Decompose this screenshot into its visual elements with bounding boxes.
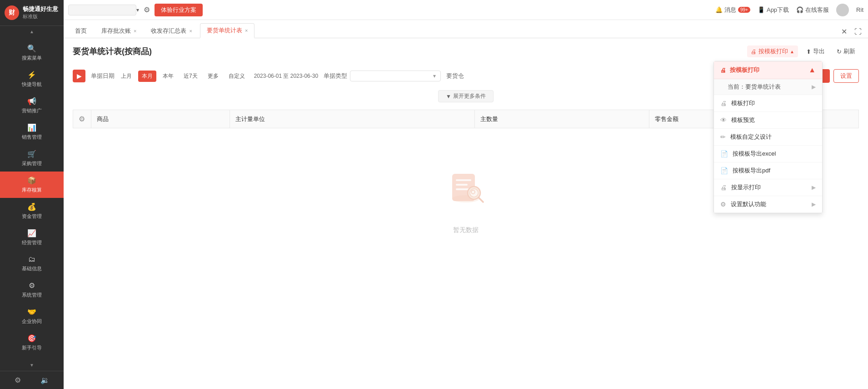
sidebar-item-inventory[interactable]: 📦 库存核算	[0, 172, 64, 198]
sidebar-item-purchase[interactable]: 🛒 采购管理	[0, 145, 64, 172]
sidebar-item-guide[interactable]: 🎯 新手引导	[0, 329, 64, 356]
current-template-item[interactable]: 当前：要货单统计表 ▶	[714, 79, 822, 95]
date-filter-group: 单据日期 上月 本月 本年 近7天 更多 自定义	[91, 71, 249, 82]
more-date-btn[interactable]: 更多	[204, 71, 222, 82]
svg-line-7	[479, 197, 483, 202]
date-range-group: 2023-06-01 至 2023-06-30	[254, 72, 318, 80]
filter-expand-btn[interactable]: ▶	[73, 70, 85, 82]
scroll-up-arrow[interactable]: ▲	[28, 28, 35, 35]
template-design-label: 模板自定义设计	[730, 133, 772, 141]
tab-order-summary[interactable]: 要货单统计表 ×	[200, 23, 254, 38]
notification-btn[interactable]: 🔔 消息 99+	[715, 6, 750, 14]
export-pdf-item[interactable]: 📄 按模板导出pdf	[714, 162, 822, 179]
order-type-label: 单据类型	[324, 72, 347, 80]
bell-icon: 🔔	[715, 6, 723, 13]
sidebar-item-system[interactable]: ⚙ 系统管理	[0, 277, 64, 303]
expand-more-btn[interactable]: ▼ 展开更多条件	[438, 90, 494, 102]
tab-collection-summary[interactable]: 收发存汇总表 ×	[144, 24, 199, 38]
service-icon: 🎧	[796, 6, 803, 13]
top-header: ▾ ⚙ 体验行业方案 🔔 消息 99+ 📱 App下载 🎧 在线客服 Rit	[64, 0, 868, 20]
customer-service-btn[interactable]: 🎧 在线客服	[796, 6, 829, 14]
sidebar-item-finance[interactable]: 💰 资金管理	[0, 198, 64, 224]
tab-close-inventory-batch[interactable]: ×	[134, 29, 136, 34]
prev-month-btn[interactable]: 上月	[117, 71, 135, 82]
sidebar-item-marketing[interactable]: 📢 营销推广	[0, 92, 64, 119]
app-download-btn[interactable]: 📱 App下载	[758, 6, 789, 14]
sidebar-item-collab[interactable]: 🤝 企业协同	[0, 303, 64, 329]
svg-rect-3	[456, 184, 468, 186]
custom-date-btn[interactable]: 自定义	[225, 71, 249, 82]
page-inner: 要货单统计表(按商品) 🖨 按模板打印 ▲ ⬆ 导出 ↻ 刷新	[64, 38, 868, 389]
sidebar-item-basic[interactable]: 🗂 基础信息	[0, 251, 64, 277]
download-icon: 📱	[758, 6, 765, 13]
sidebar-nav: 🔍 搜索菜单 ⚡ 快捷导航 📢 营销推广 📊 销售管理 🛒 采购管理 📦 库存核…	[0, 37, 64, 359]
page-title: 要货单统计表(按商品)	[73, 46, 152, 57]
sidebar-scroll-down[interactable]: ▼	[0, 359, 64, 371]
refresh-icon: ↻	[837, 48, 842, 55]
template-preview-item[interactable]: 👁 模板预览	[714, 112, 822, 129]
settings-btn[interactable]: 设置	[833, 69, 859, 83]
set-default-arrow: ▶	[812, 201, 816, 207]
sidebar-item-quick-nav[interactable]: ⚡ 快捷导航	[0, 66, 64, 92]
search-dropdown-btn[interactable]: ▾	[136, 7, 139, 13]
template-preview-icon: 👁	[720, 116, 727, 124]
collab-icon: 🤝	[27, 308, 36, 316]
header-gear-btn[interactable]: ⚙	[144, 5, 150, 14]
last-7-days-btn[interactable]: 近7天	[180, 71, 201, 82]
print-dropdown-title: 按模板打印	[730, 66, 759, 74]
refresh-btn[interactable]: ↻ 刷新	[833, 45, 859, 57]
search-input[interactable]	[68, 5, 136, 15]
tab-close-order-summary[interactable]: ×	[245, 28, 248, 33]
notification-label: 消息	[724, 6, 736, 14]
collapse-dropdown-btn[interactable]: ▲	[808, 66, 816, 74]
page-content: 要货单统计表(按商品) 🖨 按模板打印 ▲ ⬆ 导出 ↻ 刷新	[64, 38, 868, 389]
date-range-text: 2023-06-01 至 2023-06-30	[254, 72, 318, 80]
sidebar-scroll-up[interactable]: ▲	[0, 26, 64, 37]
current-template-label: 当前：要货单统计表	[728, 83, 781, 91]
export-icon: ⬆	[806, 48, 811, 55]
sidebar-item-operations[interactable]: 📈 经营管理	[0, 224, 64, 251]
basic-icon: 🗂	[28, 255, 35, 263]
current-month-btn[interactable]: 本月	[138, 71, 156, 82]
settings-footer-btn[interactable]: ⚙	[15, 376, 21, 384]
industry-btn[interactable]: 体验行业方案	[155, 4, 203, 16]
tab-home[interactable]: 首页	[68, 24, 94, 38]
tab-close-collection-summary[interactable]: ×	[189, 29, 192, 34]
scroll-down-arrow[interactable]: ▼	[28, 361, 35, 369]
table-header-product: 商品	[91, 110, 230, 128]
export-excel-item[interactable]: 📄 按模板导出excel	[714, 146, 822, 162]
sidebar-item-sales[interactable]: 📊 销售管理	[0, 119, 64, 145]
export-btn[interactable]: ⬆ 导出	[803, 45, 828, 57]
sound-footer-btn[interactable]: 🔉	[40, 376, 50, 384]
require-goods-group: 要货仓	[446, 72, 464, 80]
close-all-tabs-btn[interactable]: ✕	[839, 25, 849, 38]
table-settings-icon[interactable]: ⚙	[79, 115, 85, 123]
sidebar-item-search-menu[interactable]: 🔍 搜索菜单	[0, 40, 64, 66]
print-dropdown: 🖨 按模板打印 ▲ 当前：要货单统计表 ▶ 🖨	[713, 61, 823, 213]
set-default-item[interactable]: ⚙ 设置默认功能 ▶	[714, 196, 822, 213]
tab-inventory-batch[interactable]: 库存批次账 ×	[95, 24, 143, 38]
sidebar-item-app-center[interactable]: 🧩 应用中心	[0, 356, 64, 359]
template-print-item[interactable]: 🖨 模板打印	[714, 95, 822, 112]
order-type-select[interactable]: ▾	[350, 71, 441, 81]
export-excel-label: 按模板导出excel	[733, 150, 776, 158]
template-design-item[interactable]: ✏ 模板自定义设计	[714, 129, 822, 146]
current-year-btn[interactable]: 本年	[159, 71, 177, 82]
username: Rit	[856, 6, 863, 13]
app-download-label: App下载	[767, 6, 789, 14]
print-template-btn[interactable]: 🖨 按模板打印 ▲	[747, 45, 798, 57]
template-preview-label: 模板预览	[731, 116, 755, 124]
app-logo: 财 畅捷通好生意 标准版	[0, 0, 64, 26]
display-print-icon: 🖨	[720, 184, 727, 191]
template-print-label: 模板打印	[731, 99, 755, 107]
operations-icon: 📈	[27, 229, 36, 237]
avatar[interactable]	[836, 4, 849, 16]
print-dropdown-header: 🖨 按模板打印 ▲	[714, 61, 822, 79]
set-default-icon: ⚙	[720, 201, 726, 208]
tab-bar: 首页 库存批次账 × 收发存汇总表 × 要货单统计表 × ✕ ⛶	[64, 20, 868, 38]
display-print-item[interactable]: 🖨 按显示打印 ▶	[714, 179, 822, 196]
logo-text: 畅捷通好生意 标准版	[23, 5, 58, 20]
header-actions: 🔔 消息 99+ 📱 App下载 🎧 在线客服 Rit	[715, 4, 863, 16]
expand-tabs-btn[interactable]: ⛶	[853, 26, 863, 38]
empty-icon	[443, 165, 489, 219]
